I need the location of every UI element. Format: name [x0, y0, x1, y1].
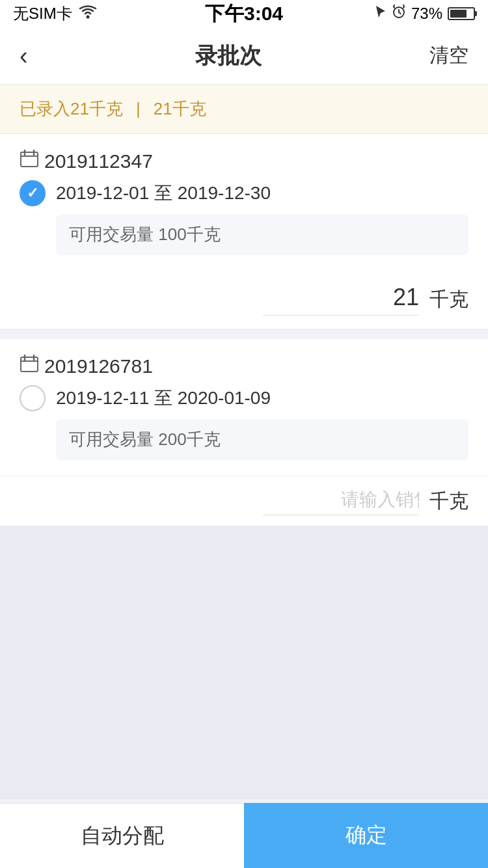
- summary-bar: 已录入21千克 | 21千克: [0, 85, 488, 134]
- clear-button[interactable]: 清空: [429, 42, 468, 69]
- auto-distribute-button[interactable]: 自动分配: [0, 803, 244, 868]
- batch-2-quantity-input[interactable]: [341, 487, 419, 511]
- summary-label: 已录入21千克: [20, 98, 123, 120]
- svg-line-3: [399, 12, 401, 14]
- batch-2-id: 2019126781: [44, 355, 153, 377]
- batch-item-1: 2019112347 2019-12-01 至 2019-12-30 可用交易量…: [0, 134, 488, 329]
- status-bar: 无SIM卡 下午3:04 73%: [0, 0, 488, 27]
- batch-2-input-underline[interactable]: [263, 487, 419, 515]
- batch-2-unit: 千克: [429, 488, 468, 515]
- batch-1-input-underline: 21: [263, 284, 419, 316]
- nav-bar: ‹ 录批次 清空: [0, 27, 488, 85]
- batch-1-date-row: 2019-12-01 至 2019-12-30: [20, 180, 468, 206]
- batch-1-quantity-value[interactable]: 21: [393, 284, 419, 311]
- batch-item-2: 2019126781 2019-12-11 至 2020-01-09 可用交易量…: [0, 339, 488, 526]
- back-button[interactable]: ‹: [20, 44, 28, 68]
- confirm-button[interactable]: 确定: [244, 803, 488, 868]
- status-left: 无SIM卡: [13, 3, 97, 24]
- battery-percent: 73%: [411, 5, 442, 23]
- svg-rect-4: [21, 152, 38, 167]
- bottom-bar: 自动分配 确定: [0, 803, 488, 868]
- batch-1-available: 可用交易量 100千克: [56, 214, 468, 255]
- batch-1-date: 2019-12-01 至 2019-12-30: [56, 181, 271, 206]
- batch-2-header: 2019126781: [20, 355, 468, 377]
- location-icon: [375, 5, 386, 23]
- summary-value: 21千克: [154, 98, 206, 120]
- batch-2-available: 可用交易量 200千克: [56, 419, 468, 460]
- page-title: 录批次: [195, 41, 262, 71]
- batch-2-date-row: 2019-12-11 至 2020-01-09: [20, 385, 468, 411]
- main-content: 2019112347 2019-12-01 至 2019-12-30 可用交易量…: [0, 134, 488, 864]
- svg-rect-8: [21, 357, 38, 372]
- batch-1-unit: 千克: [429, 286, 468, 313]
- batch-1-header: 2019112347: [20, 150, 468, 172]
- batch-2-radio[interactable]: [20, 385, 46, 411]
- batch-1-radio[interactable]: [20, 180, 46, 206]
- summary-divider: |: [136, 99, 141, 119]
- batch-2-date: 2019-12-11 至 2020-01-09: [56, 386, 271, 411]
- status-right: 73%: [375, 5, 475, 23]
- batch-2-icon: [20, 355, 39, 377]
- batch-1-quantity-row: 21 千克: [0, 271, 488, 329]
- empty-area: [0, 526, 488, 799]
- status-time: 下午3:04: [205, 1, 283, 27]
- alarm-icon: [392, 5, 406, 23]
- wifi-icon: [79, 5, 97, 23]
- batch-1-icon: [20, 150, 39, 172]
- battery-icon: [448, 7, 475, 20]
- batch-1-id: 2019112347: [44, 150, 153, 172]
- batch-2-input-area: 千克: [0, 476, 488, 526]
- carrier-label: 无SIM卡: [13, 3, 72, 24]
- svg-point-0: [86, 16, 89, 19]
- section-divider-1: [0, 329, 488, 339]
